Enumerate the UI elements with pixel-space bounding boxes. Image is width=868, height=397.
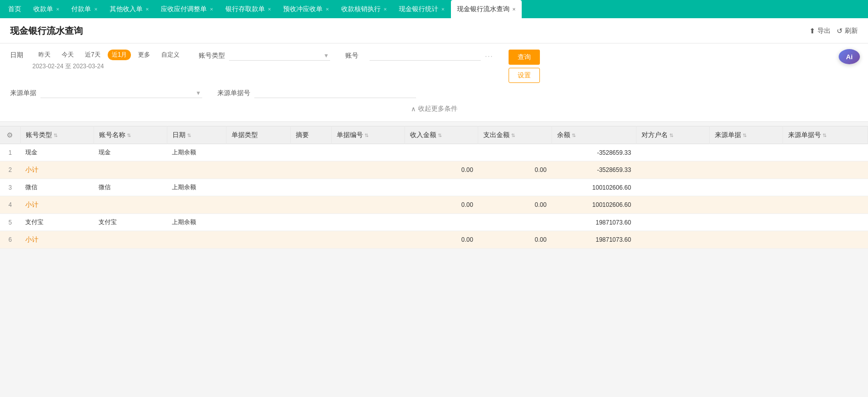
cell-balance: -3528659.33 — [552, 144, 636, 161]
cell-account-type: 现金 — [20, 144, 94, 161]
col-summary[interactable]: 摘要 — [290, 126, 331, 144]
cell-counterpart — [636, 231, 709, 249]
cell-counterpart — [636, 214, 709, 231]
sort-icon: ⇅ — [187, 133, 191, 138]
cell-balance: 19871073.60 — [552, 231, 636, 249]
nav-item-payment[interactable]: 付款单 × — [65, 0, 103, 18]
close-icon[interactable]: × — [326, 6, 329, 12]
settings-button[interactable]: 设置 — [509, 68, 540, 83]
account-dots-button[interactable]: ··· — [485, 52, 493, 60]
row-number: 3 — [0, 179, 20, 196]
cell-source-doc-num — [783, 231, 868, 249]
close-icon[interactable]: × — [146, 6, 149, 12]
col-date[interactable]: 日期⇅ — [167, 126, 226, 144]
date-opt-yesterday[interactable]: 昨天 — [34, 50, 55, 60]
cell-balance: 100102606.60 — [552, 179, 636, 196]
col-expense[interactable]: 支出金额⇅ — [478, 126, 552, 144]
nav-item-flow-query[interactable]: 现金银行流水查询 × — [451, 0, 522, 18]
cell-income: 0.00 — [405, 196, 478, 214]
sort-icon: ⇅ — [743, 133, 747, 138]
nav-item-stats[interactable]: 现金银行统计 × — [393, 0, 450, 18]
cell-summary — [290, 144, 331, 161]
nav-item-advance[interactable]: 预收冲应收单 × — [277, 0, 335, 18]
cell-source-doc-num — [783, 144, 868, 161]
cell-source-doc — [710, 144, 783, 161]
cell-balance: 19871073.60 — [552, 214, 636, 231]
cell-income — [405, 144, 478, 161]
close-icon[interactable]: × — [513, 6, 516, 12]
close-icon[interactable]: × — [210, 6, 213, 12]
cell-income — [405, 214, 478, 231]
cell-date: 上期余额 — [167, 214, 226, 231]
cell-source-doc-num — [783, 214, 868, 231]
row-number: 5 — [0, 214, 20, 231]
table-row: 3微信微信上期余额100102606.60 — [0, 179, 868, 196]
col-account-name[interactable]: 账号名称⇅ — [94, 126, 167, 144]
cell-expense: 0.00 — [478, 161, 552, 179]
dropdown-arrow-icon-2: ▾ — [197, 89, 200, 97]
query-button[interactable]: 查询 — [509, 50, 540, 65]
account-input[interactable] — [370, 51, 481, 61]
cell-counterpart — [636, 144, 709, 161]
cell-summary — [290, 231, 331, 249]
col-doc-num[interactable]: 单据编号⇅ — [331, 126, 404, 144]
data-table: ⚙ 账号类型⇅ 账号名称⇅ 日期⇅ 单据类型 摘要 单据编号⇅ — [0, 126, 868, 249]
date-opt-more[interactable]: 更多 — [134, 50, 154, 60]
nav-item-verify[interactable]: 收款核销执行 × — [335, 0, 393, 18]
cell-date — [167, 196, 226, 214]
cell-expense: 0.00 — [478, 231, 552, 249]
cell-doc-type — [226, 144, 290, 161]
top-nav: 首页 收款单 × 付款单 × 其他收入单 × 应收应付调整单 × 银行存取款单 … — [0, 0, 868, 18]
account-type-select[interactable]: ▾ — [229, 51, 330, 61]
sort-icon: ⇅ — [669, 133, 673, 138]
table-body: 1现金现金上期余额-3528659.332小计0.000.00-3528659.… — [0, 144, 868, 249]
close-icon[interactable]: × — [384, 6, 387, 12]
date-opt-today[interactable]: 今天 — [58, 50, 78, 60]
cell-account-type: 小计 — [20, 196, 94, 214]
nav-item-other-income[interactable]: 其他收入单 × — [104, 0, 155, 18]
export-button[interactable]: ⬆ 导出 — [809, 26, 831, 35]
source-doc-select[interactable]: ▾ — [40, 88, 202, 98]
close-icon[interactable]: × — [268, 6, 271, 12]
col-account-type[interactable]: 账号类型⇅ — [20, 126, 94, 144]
sort-icon: ⇅ — [127, 133, 131, 138]
nav-item-bank-deposit[interactable]: 银行存取款单 × — [219, 0, 277, 18]
account-type-label: 账号类型 — [199, 51, 225, 60]
refresh-icon: ↺ — [837, 27, 843, 35]
sort-icon: ⇅ — [364, 133, 369, 138]
col-income[interactable]: 收入金额⇅ — [405, 126, 478, 144]
close-icon[interactable]: × — [56, 6, 59, 12]
date-opt-1month[interactable]: 近1月 — [108, 50, 131, 60]
cell-expense — [478, 144, 552, 161]
col-source-doc[interactable]: 来源单据⇅ — [710, 126, 783, 144]
cell-account-name: 微信 — [94, 179, 167, 196]
ai-badge[interactable]: Ai — [839, 49, 860, 64]
cell-source-doc — [710, 161, 783, 179]
col-counterpart[interactable]: 对方户名⇅ — [636, 126, 709, 144]
col-balance[interactable]: 余额⇅ — [552, 126, 636, 144]
nav-item-receipt[interactable]: 收款单 × — [27, 0, 65, 18]
col-settings[interactable]: ⚙ — [0, 126, 20, 144]
cell-doc-type — [226, 231, 290, 249]
cell-summary — [290, 214, 331, 231]
table-row: 2小计0.000.00-3528659.33 — [0, 161, 868, 179]
gear-icon[interactable]: ⚙ — [7, 131, 13, 139]
row-number: 4 — [0, 196, 20, 214]
close-icon[interactable]: × — [94, 6, 97, 12]
col-doc-type[interactable]: 单据类型 — [226, 126, 290, 144]
date-opt-custom[interactable]: 自定义 — [157, 50, 184, 60]
cell-doc-type — [226, 196, 290, 214]
cell-counterpart — [636, 196, 709, 214]
cell-expense — [478, 214, 552, 231]
refresh-button[interactable]: ↺ 刷新 — [837, 26, 858, 35]
cell-source-doc-num — [783, 161, 868, 179]
cell-balance: 100102606.60 — [552, 196, 636, 214]
dropdown-arrow-icon: ▾ — [325, 52, 328, 59]
col-source-doc-num[interactable]: 来源单据号⇅ — [783, 126, 868, 144]
nav-item-home[interactable]: 首页 — [2, 0, 27, 18]
nav-item-adjustment[interactable]: 应收应付调整单 × — [155, 0, 219, 18]
close-icon[interactable]: × — [441, 6, 444, 12]
collapse-button[interactable]: ∧ 收起更多条件 — [10, 102, 858, 115]
source-doc-num-input[interactable] — [254, 88, 416, 98]
date-opt-7days[interactable]: 近7天 — [81, 50, 105, 60]
